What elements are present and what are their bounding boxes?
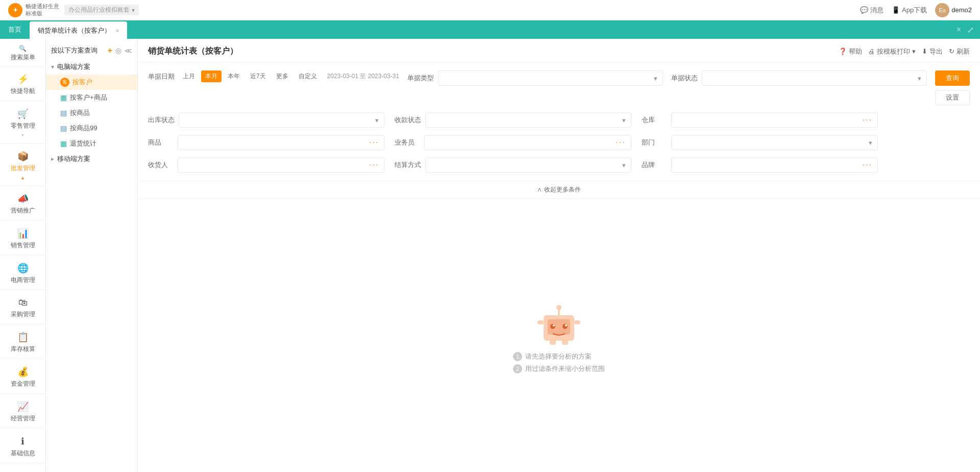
tree-section-mobile[interactable]: ▸ 移动端方案 — [46, 151, 137, 167]
window-close-icon[interactable]: × — [957, 25, 961, 34]
sidebar-item-retail[interactable]: 🛒 零售管理 ▾ — [0, 101, 45, 144]
tab-close-icon[interactable]: × — [116, 28, 119, 34]
date-tab-this-year[interactable]: 本年 — [224, 70, 244, 82]
tab-window-controls: × ⤢ — [957, 25, 980, 35]
page-title: 销货单统计表（按客户） — [148, 46, 238, 57]
refresh-button[interactable]: ↻ 刷新 — [949, 47, 970, 56]
sidebar-item-sales[interactable]: 📊 销售管理 — [0, 221, 45, 255]
purchase-icon: 🛍 — [18, 297, 28, 308]
tab-home[interactable]: 首页 — [0, 20, 30, 39]
sidebar-item-finance[interactable]: 💰 资金管理 — [0, 359, 45, 394]
tree-item-by-customer-goods[interactable]: ▦ 按客户+商品 — [46, 90, 137, 105]
sales-icon: 📊 — [17, 228, 29, 239]
sidebar-item-marketing[interactable]: 📣 营销推广 — [0, 186, 45, 221]
dept-control[interactable]: ▾ — [671, 135, 878, 150]
refresh-icon: ↻ — [949, 48, 954, 55]
tree-expand-icon: ▾ — [51, 63, 54, 70]
brand-label: 品牌 — [642, 160, 667, 170]
app-selector[interactable]: 办公用品行业模拟账套 ▾ — [64, 5, 139, 15]
tree-item-by-goods99[interactable]: ▤ 按商品99 — [46, 121, 137, 136]
receipt-status-label: 收款状态 — [395, 115, 421, 125]
help-icon: ❓ — [839, 48, 847, 55]
export-button[interactable]: ⬇ 导出 — [922, 47, 943, 56]
user-area[interactable]: Ea demo2 — [935, 3, 972, 17]
goods-label: 商品 — [148, 138, 174, 147]
export-icon: ⬇ — [922, 48, 927, 55]
help-button[interactable]: ❓ 帮助 — [839, 47, 862, 56]
empty-state-illustration — [528, 295, 590, 346]
search-icon: 🔍 — [19, 45, 27, 52]
scheme-add-icon[interactable]: + — [108, 46, 112, 55]
dept-label: 部门 — [642, 138, 667, 147]
download-button[interactable]: 📱 App下载 — [892, 6, 927, 15]
out-status-label: 出库状态 — [148, 115, 175, 125]
svg-point-2 — [550, 324, 555, 329]
warehouse-label: 仓库 — [642, 115, 667, 125]
sidebar-item-operations[interactable]: 📈 经营管理 — [0, 394, 45, 429]
salesperson-control[interactable]: ··· — [424, 135, 631, 150]
setting-button[interactable]: 设置 — [935, 90, 970, 105]
message-button[interactable]: 💬 消息 — [860, 6, 884, 15]
wholesale-icon: 📦 — [17, 151, 29, 162]
header-left: ✦ 畅捷通好生意 标准版 办公用品行业模拟账套 ▾ — [8, 3, 139, 17]
consignee-label: 收货人 — [148, 160, 174, 170]
dept-arrow: ▾ — [869, 139, 872, 147]
filter-item-dept: 部门 ▾ — [642, 135, 878, 150]
svg-point-4 — [553, 324, 555, 326]
template-print-button[interactable]: 🖨 按模板打印 ▾ — [868, 47, 916, 56]
app-selector-arrow: ▾ — [132, 7, 135, 14]
filter-row-4: 收货人 ··· 结算方式 ▾ — [148, 157, 970, 173]
date-label: 单据日期 — [148, 72, 175, 81]
warehouse-control[interactable]: ··· — [671, 112, 878, 128]
scheme-panel-actions: + ◎ ≪ — [108, 46, 132, 55]
window-maximize-icon[interactable]: ⤢ — [967, 25, 974, 35]
sidebar-item-basic[interactable]: ℹ 基础信息 — [0, 429, 45, 463]
sidebar-item-wholesale[interactable]: 📦 批发管理 ▴ — [0, 144, 45, 186]
tree-item-return-stats[interactable]: ▦ 退货统计 — [46, 136, 137, 151]
content-area: 按以下方案查询 + ◎ ≪ ▾ 电脑端方案 客 按客户 — [46, 39, 980, 472]
order-status-label: 单据状态 — [671, 74, 698, 83]
tab-bar: 首页 销货单统计表（按客户） × × ⤢ — [0, 20, 980, 39]
filter-item-out-status: 出库状态 ▾ — [148, 112, 384, 128]
quick-nav-icon: ⚡ — [17, 74, 29, 85]
inventory-icon: 📋 — [17, 332, 29, 343]
date-tab-last-7days[interactable]: 近7天 — [246, 70, 270, 82]
order-status-control[interactable]: ▾ — [702, 70, 927, 86]
filter-item-warehouse: 仓库 ··· — [642, 112, 878, 128]
date-tab-more[interactable]: 更多 — [272, 70, 292, 82]
sidebar-quick-nav[interactable]: ⚡ 快捷导航 — [0, 66, 45, 101]
tree-collapse-icon: ▸ — [51, 155, 54, 162]
tree-item-by-goods[interactable]: ▤ 按商品 — [46, 105, 137, 121]
settlement-control[interactable]: ▾ — [425, 157, 631, 173]
tree-item-by-customer[interactable]: 客 按客户 — [46, 75, 137, 90]
sidebar-search[interactable]: 🔍 搜索菜单 — [0, 39, 45, 66]
date-tab-custom[interactable]: 自定义 — [295, 70, 321, 82]
warehouse-dots: ··· — [863, 115, 872, 125]
user-name: demo2 — [951, 6, 972, 14]
consignee-control[interactable]: ··· — [178, 157, 384, 173]
order-type-label: 单据类型 — [407, 74, 434, 83]
order-type-control[interactable]: ▾ — [438, 70, 663, 86]
svg-point-5 — [565, 324, 567, 326]
page-actions: ❓ 帮助 🖨 按模板打印 ▾ ⬇ 导出 ↻ — [839, 47, 970, 56]
scheme-collapse-icon[interactable]: ≪ — [125, 46, 132, 55]
collapse-bar[interactable]: ∧ 收起更多条件 — [138, 181, 980, 199]
query-button[interactable]: 查询 — [935, 70, 970, 86]
tab-sales-stats[interactable]: 销货单统计表（按客户） × — [30, 21, 127, 40]
sidebar-item-ecommerce[interactable]: 🌐 电商管理 — [0, 255, 45, 290]
main-layout: 🔍 搜索菜单 ⚡ 快捷导航 🛒 零售管理 ▾ 📦 批发管理 ▴ 📣 营销推广 📊… — [0, 39, 980, 472]
out-status-control[interactable]: ▾ — [179, 112, 384, 128]
sidebar-item-system[interactable]: ⚙ 系统管理 — [0, 463, 45, 472]
receipt-status-control[interactable]: ▾ — [425, 112, 631, 128]
date-tab-this-month[interactable]: 本月 — [201, 70, 222, 82]
goods-control[interactable]: ··· — [178, 135, 384, 150]
sidebar-item-inventory[interactable]: 📋 库存核算 — [0, 324, 45, 359]
tree-section-desktop[interactable]: ▾ 电脑端方案 — [46, 59, 137, 75]
header-right: 💬 消息 📱 App下载 Ea demo2 — [860, 3, 972, 17]
date-tab-last-month[interactable]: 上月 — [179, 70, 199, 82]
action-buttons: 查询 设置 — [935, 70, 970, 105]
brand-control[interactable]: ··· — [671, 157, 878, 173]
sidebar-item-purchase[interactable]: 🛍 采购管理 — [0, 290, 45, 324]
svg-rect-11 — [562, 340, 568, 345]
scheme-settings-icon[interactable]: ◎ — [115, 46, 121, 55]
